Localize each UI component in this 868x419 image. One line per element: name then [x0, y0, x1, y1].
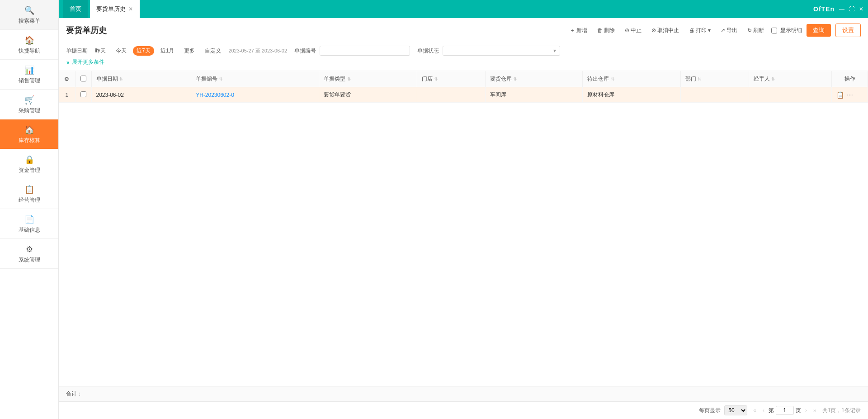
- close-tab-icon[interactable]: ✕: [128, 6, 133, 12]
- status-filter-group: 单据状态 ▾: [417, 46, 560, 56]
- table-area: ⚙ 单据日期 ⇅ 单据编号 ⇅ 单据类型 ⇅ 门店 ⇅ 要货仓库 ⇅ 待出仓库 …: [59, 71, 868, 386]
- row-dept: [681, 87, 749, 103]
- th-req-warehouse[interactable]: 要货仓库 ⇅: [486, 71, 583, 87]
- status-dropdown-icon: ▾: [553, 48, 556, 54]
- add-icon: ＋: [570, 27, 575, 34]
- order-no-label: 单据编号: [294, 47, 316, 55]
- export-icon: ↗: [721, 27, 725, 33]
- delete-button[interactable]: 🗑 删除: [594, 25, 618, 36]
- last-page-btn[interactable]: »: [811, 406, 819, 414]
- sidebar-item-label: 资金管理: [19, 167, 40, 174]
- th-handler[interactable]: 经手人 ⇅: [749, 71, 831, 87]
- action-icons: 📋 ⋯: [836, 91, 863, 99]
- th-type-label: 单据类型: [324, 76, 345, 82]
- date-btn-yesterday[interactable]: 昨天: [91, 46, 109, 56]
- display-detail-checkbox[interactable]: [771, 28, 777, 33]
- row-store: [417, 87, 486, 103]
- th-store[interactable]: 门店 ⇅: [417, 71, 486, 87]
- sidebar-item-label: 系统管理: [19, 256, 40, 264]
- topbar: 首页 要货单历史 ✕ OfTEn — ⛶ ✕: [59, 0, 868, 18]
- row-no-link[interactable]: YH-20230602-0: [196, 92, 234, 98]
- maximize-btn[interactable]: ⛶: [849, 6, 854, 12]
- th-settings[interactable]: ⚙: [59, 71, 75, 87]
- page-nav: « ‹ 第 页 › »: [751, 406, 818, 415]
- th-req-warehouse-label: 要货仓库: [490, 76, 512, 82]
- th-dept[interactable]: 部门 ⇅: [681, 71, 749, 87]
- sort-no-icon: ⇅: [219, 76, 222, 81]
- query-button[interactable]: 查询: [807, 24, 831, 37]
- home-icon: 🏠: [24, 35, 34, 45]
- sidebar-item-system-mgmt[interactable]: ⚙ 系统管理: [0, 239, 58, 269]
- row-number: 1: [59, 87, 75, 103]
- cancel-suspend-icon: ⊗: [651, 27, 656, 33]
- table-footer: 合计：: [59, 386, 868, 401]
- print-label: 打印: [696, 27, 707, 34]
- finance-icon: 🔒: [24, 155, 34, 165]
- cancel-suspend-button[interactable]: ⊗ 取消中止: [649, 25, 682, 36]
- view-action-icon[interactable]: 📋: [836, 91, 844, 99]
- sidebar-item-sales-mgmt[interactable]: 📊 销售管理: [0, 60, 58, 90]
- status-label: 单据状态: [417, 47, 439, 55]
- tab-requisition-history[interactable]: 要货单历史 ✕: [90, 0, 140, 18]
- next-page-btn[interactable]: ›: [803, 406, 809, 414]
- sidebar-item-search-menu[interactable]: 🔍 搜索菜单: [0, 0, 58, 30]
- select-all-checkbox[interactable]: [80, 76, 86, 81]
- sidebar-item-finance-mgmt[interactable]: 🔒 资金管理: [0, 149, 58, 179]
- sidebar-item-inventory[interactable]: 🏠 库存核算: [0, 119, 58, 149]
- th-no[interactable]: 单据编号 ⇅: [191, 71, 319, 87]
- tab-home[interactable]: 首页: [63, 0, 88, 18]
- sidebar: 🔍 搜索菜单 🏠 快捷导航 📊 销售管理 🛒 采购管理 🏠 库存核算 🔒 资金管…: [0, 0, 59, 419]
- summary-label: 合计：: [66, 390, 82, 397]
- date-filter-group: 单据日期 昨天 今天 近7天 近1月 更多 自定义 2023-05-27 至 2…: [66, 46, 287, 56]
- minimize-btn[interactable]: —: [839, 6, 844, 12]
- row-action-cell: 📋 ⋯: [832, 87, 868, 103]
- sidebar-item-label: 快捷导航: [19, 47, 40, 55]
- th-pending-warehouse[interactable]: 待出仓库 ⇅: [583, 71, 681, 87]
- close-btn[interactable]: ✕: [859, 6, 863, 12]
- settings-button[interactable]: 设置: [835, 24, 861, 37]
- date-btn-1month[interactable]: 近1月: [157, 46, 178, 56]
- export-button[interactable]: ↗ 导出: [718, 25, 740, 36]
- sidebar-item-purchase-mgmt[interactable]: 🛒 采购管理: [0, 90, 58, 119]
- sidebar-item-quick-nav[interactable]: 🏠 快捷导航: [0, 30, 58, 60]
- first-page-btn[interactable]: «: [751, 406, 759, 414]
- th-pending-warehouse-label: 待出仓库: [587, 76, 609, 82]
- tab-requisition-history-label: 要货单历史: [96, 5, 126, 13]
- date-btn-custom[interactable]: 自定义: [201, 46, 225, 56]
- more-action-icon[interactable]: ⋯: [847, 91, 853, 99]
- suspend-button[interactable]: ⊘ 中止: [622, 25, 644, 36]
- display-detail-label: 显示明细: [780, 27, 802, 34]
- expand-more-btn[interactable]: ∨ 展开更多条件: [66, 58, 861, 66]
- date-btn-more[interactable]: 更多: [180, 46, 198, 56]
- page-title: 要货单历史: [66, 25, 107, 36]
- sidebar-item-basic-info[interactable]: 📄 基础信息: [0, 209, 58, 239]
- sidebar-item-label: 搜索菜单: [19, 17, 40, 25]
- filter-row: 单据日期 昨天 今天 近7天 近1月 更多 自定义 2023-05-27 至 2…: [66, 46, 861, 56]
- row-req-warehouse: 车间库: [486, 87, 583, 103]
- th-handler-label: 经手人: [754, 76, 770, 82]
- display-detail-toggle[interactable]: 显示明细: [771, 27, 802, 34]
- sort-handler-icon: ⇅: [771, 76, 775, 81]
- sidebar-item-ops-mgmt[interactable]: 📋 经营管理: [0, 179, 58, 209]
- inventory-icon: 🏠: [24, 125, 34, 135]
- order-no-input[interactable]: [320, 46, 410, 56]
- row-checkbox[interactable]: [80, 91, 86, 97]
- refresh-button[interactable]: ↻ 刷新: [745, 25, 767, 36]
- th-type[interactable]: 单据类型 ⇅: [319, 71, 417, 87]
- print-button[interactable]: 🖨 打印 ▾: [686, 25, 713, 36]
- add-button[interactable]: ＋ 新增: [567, 25, 590, 36]
- suspend-label: 中止: [631, 27, 642, 34]
- per-page-select[interactable]: 50 100 200: [724, 405, 747, 415]
- sort-pending-warehouse-icon: ⇅: [611, 76, 614, 81]
- date-btn-7days[interactable]: 近7天: [133, 46, 154, 56]
- pagination: 每页显示 50 100 200 « ‹ 第 页 › » 共1页，1条记录: [59, 401, 868, 419]
- date-btn-today[interactable]: 今天: [112, 46, 130, 56]
- date-range-display: 2023-05-27 至 2023-06-02: [228, 48, 287, 54]
- th-date[interactable]: 单据日期 ⇅: [91, 71, 191, 87]
- expand-more-label: 展开更多条件: [72, 58, 104, 66]
- sort-date-icon: ⇅: [119, 76, 123, 81]
- page-input[interactable]: [776, 406, 794, 415]
- export-label: 导出: [726, 27, 737, 34]
- prev-page-btn[interactable]: ‹: [760, 406, 767, 414]
- status-select[interactable]: ▾: [443, 46, 560, 56]
